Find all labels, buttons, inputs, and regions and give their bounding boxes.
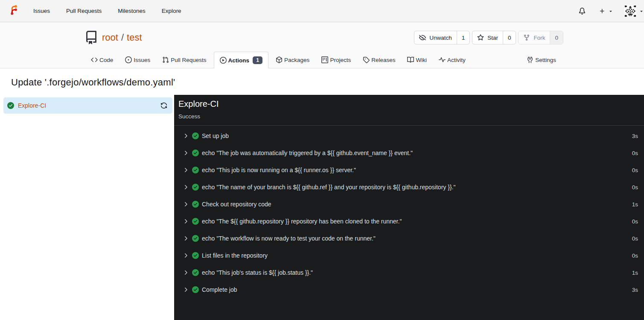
create-new-button[interactable]: [599, 8, 613, 14]
star-count[interactable]: 0: [503, 31, 516, 44]
tab-label: Code: [99, 57, 113, 63]
fork-label: Fork: [533, 35, 545, 41]
nav-item-issues[interactable]: Issues: [25, 0, 58, 22]
step-row[interactable]: echo "This job's status is ${{ job.statu…: [174, 264, 644, 281]
step-duration: 0s: [632, 184, 638, 191]
tab-label: Projects: [330, 57, 351, 63]
step-duration: 0s: [632, 235, 638, 242]
step-row[interactable]: echo "The workflow is now ready to test …: [174, 230, 644, 247]
step-row[interactable]: echo "The name of your branch is ${{ git…: [174, 179, 644, 196]
fork-count[interactable]: 0: [550, 31, 563, 44]
repo-action-buttons: Unwatch 1 Star 0 Fork 0: [414, 31, 563, 44]
step-row[interactable]: echo "The job was automatically triggere…: [174, 144, 644, 161]
step-success-icon: [192, 132, 199, 139]
run-title: Update '.forgejo/workflows/demo.yaml': [0, 68, 644, 95]
job-item[interactable]: Explore-CI: [3, 97, 172, 114]
repo-owner-link[interactable]: root: [102, 32, 118, 43]
step-duration: 1s: [632, 201, 638, 208]
step-duration: 1s: [632, 270, 638, 276]
step-name: echo "This job's status is ${{ job.statu…: [202, 269, 313, 276]
jobs-sidebar: Explore-CI: [0, 95, 174, 320]
step-row[interactable]: Complete job 3s: [174, 281, 644, 298]
notifications-button[interactable]: [579, 8, 586, 15]
chevron-down-icon: [608, 9, 613, 14]
run-body: Explore-CI Explore-CI Success Set up job…: [0, 95, 644, 320]
step-name: echo "The name of your branch is ${{ git…: [202, 184, 455, 191]
step-row[interactable]: Set up job 3s: [174, 127, 644, 144]
step-success-icon: [192, 252, 199, 259]
fork-button[interactable]: Fork: [519, 31, 550, 44]
chevron-right-icon: [182, 252, 189, 259]
forgejo-logo[interactable]: [9, 3, 19, 17]
step-success-icon: [192, 269, 199, 276]
repo-header: root / test Unwatch 1 Star 0 Fork 0 Code: [0, 22, 644, 68]
tab-activity[interactable]: Activity: [434, 52, 470, 68]
step-row[interactable]: List files in the repository 0s: [174, 247, 644, 264]
step-row[interactable]: echo "The ${{ github.repository }} repos…: [174, 213, 644, 230]
chevron-down-icon: [639, 9, 644, 14]
unwatch-count[interactable]: 1: [457, 31, 470, 44]
tab-packages[interactable]: Packages: [271, 52, 314, 68]
step-row[interactable]: Check out repository code 1s: [174, 196, 644, 213]
book-icon: [407, 56, 414, 63]
step-name: List files in the repository: [202, 252, 268, 259]
star-button[interactable]: Star: [472, 31, 503, 44]
user-menu-button[interactable]: [624, 5, 644, 17]
step-duration: 0s: [632, 252, 638, 259]
job-log-header: Explore-CI Success: [174, 95, 644, 126]
package-icon: [276, 56, 283, 63]
rerun-job-icon[interactable]: [160, 102, 167, 109]
step-success-icon: [192, 167, 199, 173]
repo-name-link[interactable]: test: [127, 32, 142, 43]
tab-badge: 1: [253, 56, 262, 64]
step-name: echo "This job is now running on a ${{ r…: [202, 167, 356, 173]
unwatch-button[interactable]: Unwatch: [414, 31, 457, 44]
step-success-icon: [192, 201, 199, 208]
step-success-icon: [192, 150, 199, 156]
navbar-menu: IssuesPull RequestsMilestonesExplore: [25, 0, 189, 22]
step-success-icon: [192, 286, 199, 293]
repo-icon: [85, 31, 98, 44]
navbar: IssuesPull RequestsMilestonesExplore: [0, 0, 644, 22]
tab-wiki[interactable]: Wiki: [402, 52, 431, 68]
tab-actions[interactable]: Actions 1: [214, 52, 268, 68]
code-icon: [91, 56, 98, 63]
repo-separator: /: [121, 32, 124, 43]
job-log-title: Explore-CI: [178, 99, 640, 109]
chevron-right-icon: [182, 201, 189, 208]
job-log-status: Success: [178, 113, 640, 120]
step-row[interactable]: echo "This job is now running on a ${{ r…: [174, 161, 644, 179]
step-duration: 3s: [632, 133, 638, 139]
navbar-right: [579, 5, 644, 17]
repo-tabs: Code Issues Pull Requests Actions 1 Pack…: [81, 52, 563, 68]
step-name: echo "The ${{ github.repository }} repos…: [202, 218, 402, 225]
step-duration: 0s: [632, 150, 638, 156]
step-success-icon: [192, 218, 199, 225]
star-label: Star: [487, 35, 498, 41]
nav-item-explore[interactable]: Explore: [154, 0, 189, 22]
step-success-icon: [192, 235, 199, 242]
tools-icon: [527, 56, 533, 63]
tab-pull-requests[interactable]: Pull Requests: [157, 52, 211, 68]
tab-label: Wiki: [416, 57, 427, 63]
tab-settings[interactable]: Settings: [522, 52, 561, 68]
tab-issues[interactable]: Issues: [120, 52, 155, 68]
step-name: Set up job: [202, 132, 229, 139]
unwatch-label: Unwatch: [429, 35, 452, 41]
tab-label: Issues: [134, 57, 150, 63]
play-icon: [220, 57, 227, 64]
tab-label: Actions: [228, 57, 250, 64]
chevron-right-icon: [182, 167, 189, 173]
nav-item-pull-requests[interactable]: Pull Requests: [58, 0, 110, 22]
tab-label: Activity: [447, 57, 466, 63]
nav-item-milestones[interactable]: Milestones: [110, 0, 154, 22]
step-duration: 0s: [632, 218, 638, 225]
tab-releases[interactable]: Releases: [358, 52, 400, 68]
tab-projects[interactable]: Projects: [317, 52, 356, 68]
tab-label: Settings: [535, 57, 556, 63]
chevron-right-icon: [182, 286, 189, 293]
job-log-panel: Explore-CI Success Set up job 3s echo "T…: [174, 95, 644, 320]
unwatch-button-group: Unwatch 1: [414, 31, 470, 44]
tab-code[interactable]: Code: [86, 52, 118, 68]
project-icon: [321, 56, 328, 63]
